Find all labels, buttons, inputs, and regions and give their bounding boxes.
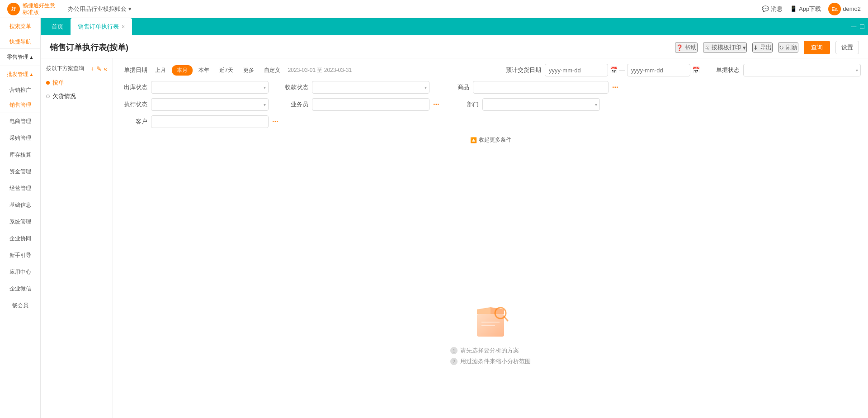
filter-scheme-receivable[interactable]: 欠货情况 (41, 90, 113, 103)
filter-content: 单据日期 上月 本月 本年 近7天 更多 自定义 2023-03-01 至 20… (113, 58, 868, 244)
salesperson-dots[interactable]: ··· (433, 100, 439, 109)
sidebar-item-finance[interactable]: 资金管理 (0, 163, 40, 180)
date-btn-this-month[interactable]: 本月 (172, 65, 193, 76)
date-btn-more[interactable]: 更多 (239, 65, 258, 76)
sidebar-item-purchase[interactable]: 采购管理 (0, 130, 40, 147)
sidebar-item-basic[interactable]: 基础信息 (0, 197, 40, 214)
tab-minimize-btn[interactable]: ─ (851, 23, 856, 31)
customer-dots[interactable]: ··· (272, 118, 278, 126)
page-header: 销售订单执行表(按单) ❓ 帮助 🖨 按模板打印 ▾ ⬇ 导出 (41, 35, 868, 58)
hint-number-1: 1 (450, 347, 458, 354)
message-icon: 💬 (762, 5, 769, 12)
filter-sidebar-header: 按以下方案查询 + ✎ « (41, 63, 113, 76)
sidebar-sub-sales[interactable]: 销售管理 (0, 98, 40, 113)
collapse-more-btn[interactable]: 🔼 收起更多条件 (120, 133, 861, 146)
dept-select-wrapper: ▾ (482, 98, 600, 111)
status-select[interactable] (743, 64, 861, 76)
settings-btn[interactable]: 设置 (835, 41, 859, 54)
top-bar: 好 畅捷通好生意 标准版 办公用品行业模拟账套 ▾ 💬 消息 📱 App下载 E… (0, 0, 868, 18)
sidebar-item-wholesale[interactable]: 批发管理 ▲ (0, 66, 40, 83)
tab-close-icon[interactable]: × (122, 24, 125, 30)
dept-select[interactable] (482, 98, 600, 111)
logo-icon: 好 (7, 3, 20, 15)
avatar: Ea (828, 3, 841, 15)
sidebar-item-wechat[interactable]: 企业微信 (0, 280, 40, 297)
chevron-up-icon2: ▲ (29, 72, 34, 77)
sidebar-item-operation[interactable]: 经营管理 (0, 180, 40, 197)
sidebar-item-retail[interactable]: 零售管理 ▲ (0, 49, 40, 66)
query-btn[interactable]: 查询 (804, 41, 830, 54)
empty-state: 1 请先选择要分析的方案 2 用过滤条件来缩小分析范围 (450, 296, 531, 366)
add-scheme-btn[interactable]: + (91, 65, 94, 72)
empty-hint-2: 2 用过滤条件来缩小分析范围 (450, 357, 531, 366)
receipt-select-wrapper: ▾ (312, 81, 429, 94)
product-dots[interactable]: ··· (612, 83, 618, 91)
tab-maximize-btn[interactable]: □ (860, 23, 864, 31)
product-label: 商品 (442, 83, 469, 91)
expected-date-end[interactable] (627, 64, 690, 76)
tab-sales-order[interactable]: 销售订单执行表 × (71, 18, 132, 35)
app-download-btn[interactable]: 📱 App下载 (790, 5, 821, 13)
salesperson-input[interactable] (312, 98, 429, 111)
export-btn[interactable]: ⬇ 导出 (752, 43, 773, 52)
sidebar-search[interactable]: 搜索菜单 (0, 18, 40, 35)
date-label: 单据日期 (120, 66, 147, 74)
sidebar-item-newbie[interactable]: 新手引导 (0, 247, 40, 264)
sidebar-nav[interactable]: 快捷导航 (0, 35, 40, 49)
content-area: 首页 销售订单执行表 × ─ □ 销售订单执行表(按单) ❓ 帮助 (41, 18, 868, 418)
sidebar-item-system[interactable]: 系统管理 (0, 214, 40, 230)
sidebar-item-ecommerce[interactable]: 电商管理 (0, 113, 40, 130)
page-actions: ❓ 帮助 🖨 按模板打印 ▾ ⬇ 导出 ↻ 刷新 (675, 41, 859, 54)
sidebar-item-appstore[interactable]: 应用中心 (0, 264, 40, 280)
collapse-icon: 🔼 (470, 137, 477, 143)
refresh-btn[interactable]: ↻ 刷新 (778, 43, 798, 52)
sidebar-group-retail: 零售管理 ▲ (0, 49, 40, 66)
tab-bar: 首页 销售订单执行表 × ─ □ (41, 18, 868, 35)
page-title-row: 销售订单执行表(按单) ❓ 帮助 🖨 按模板打印 ▾ ⬇ 导出 (50, 41, 859, 58)
edit-scheme-btn[interactable]: ✎ (96, 65, 102, 72)
tab-bar-right: ─ □ (851, 23, 864, 31)
calendar-icon-end[interactable]: 📅 (692, 66, 700, 74)
filter-row-4: 客户 ··· (120, 115, 861, 128)
app-icon: 📱 (790, 5, 797, 12)
date-btn-last-month[interactable]: 上月 (151, 65, 170, 76)
user-menu[interactable]: Ea demo2 (828, 3, 861, 15)
main-layout: 搜索菜单 快捷导航 零售管理 ▲ 批发管理 ▲ 营销推广 销售管理 电商管理 采… (0, 18, 868, 418)
sidebar-item-inventory[interactable]: 库存核算 (0, 147, 40, 163)
page-title: 销售订单执行表(按单) (50, 42, 128, 53)
execute-select[interactable] (151, 98, 269, 111)
print-chevron-icon: ▾ (743, 44, 746, 51)
sidebar-group-wholesale: 批发管理 ▲ 营销推广 销售管理 (0, 66, 40, 113)
breadcrumb[interactable]: 办公用品行业模拟账套 ▾ (68, 5, 132, 13)
execute-label: 执行状态 (120, 100, 147, 109)
inactive-scheme-ring (46, 95, 50, 98)
sidebar-item-member[interactable]: 畅会员 (0, 297, 40, 314)
delivery-select[interactable] (151, 81, 269, 94)
help-icon: ❓ (676, 44, 683, 51)
date-btn-7days[interactable]: 近7天 (215, 65, 237, 76)
help-btn[interactable]: ❓ 帮助 (675, 43, 698, 52)
receipt-select[interactable] (312, 81, 429, 94)
logo-area: 好 畅捷通好生意 标准版 (7, 2, 55, 15)
template-print-btn[interactable]: 🖨 按模板打印 ▾ (703, 43, 747, 52)
date-btn-custom[interactable]: 自定义 (260, 65, 284, 76)
message-btn[interactable]: 💬 消息 (762, 5, 783, 13)
filter-row-2: 出库状态 ▾ 收款状态 ▾ (120, 81, 861, 94)
expected-date-start[interactable] (545, 64, 608, 76)
tab-home[interactable]: 首页 (44, 18, 71, 35)
collapse-sidebar-btn[interactable]: « (104, 65, 107, 72)
customer-input[interactable] (151, 115, 269, 128)
date-btn-this-year[interactable]: 本年 (194, 65, 213, 76)
sidebar-sub-marketing[interactable]: 营销推广 (0, 83, 40, 98)
calendar-icon-start[interactable]: 📅 (610, 66, 618, 74)
product-input[interactable] (473, 81, 609, 94)
filter-sidebar-icons: + ✎ « (91, 65, 107, 72)
filter-row-3: 执行状态 ▾ 业务员 ··· 部门 (120, 98, 861, 111)
receipt-label: 收款状态 (281, 83, 308, 91)
top-bar-right: 💬 消息 📱 App下载 Ea demo2 (762, 3, 861, 15)
sidebar-item-enterprise[interactable]: 企业协同 (0, 230, 40, 247)
chevron-up-icon: ▲ (29, 55, 34, 60)
logo-text: 畅捷通好生意 标准版 (23, 2, 55, 15)
filter-scheme-order[interactable]: 按单 (41, 76, 113, 90)
delivery-label: 出库状态 (120, 83, 147, 91)
